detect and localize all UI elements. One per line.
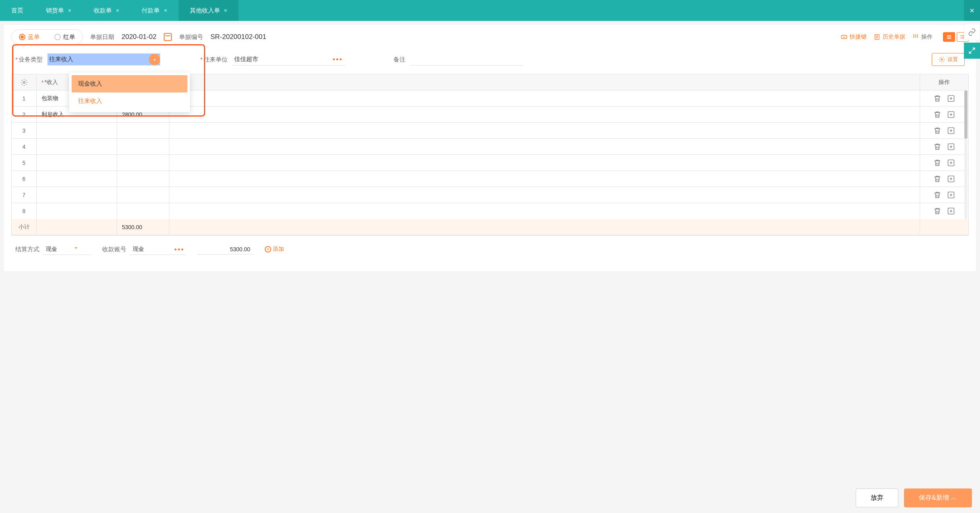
row-amount[interactable] (117, 171, 169, 187)
payment-bar: 结算方式 现金 收款账号 现金••• 5300.00 +添加 (4, 236, 976, 263)
history-button[interactable]: 历史单据 (874, 33, 905, 41)
svg-rect-0 (841, 35, 846, 39)
dropdown-option-cash[interactable]: 现金收入 (72, 75, 187, 92)
tab-receipt[interactable]: 收款单× (82, 0, 130, 21)
row-ops (920, 155, 968, 170)
row-amount[interactable] (117, 155, 169, 170)
red-bill-toggle[interactable]: 红单 (47, 30, 82, 44)
ops-button[interactable]: 操作 (912, 33, 933, 41)
remark-input[interactable] (410, 53, 523, 66)
row-name[interactable] (37, 155, 117, 170)
table-row[interactable]: 5 (12, 155, 968, 171)
shortcut-button[interactable]: 快捷键 (841, 33, 867, 41)
settings-button[interactable]: 设置 (932, 53, 965, 66)
svg-rect-6 (915, 37, 916, 38)
footer-actions: 放弃 保存&新增 ︿ (848, 483, 980, 513)
cancel-button[interactable]: 放弃 (856, 488, 898, 507)
link-button[interactable] (964, 24, 980, 40)
save-button[interactable]: 保存&新增 ︿ (904, 488, 972, 507)
close-icon[interactable]: × (164, 7, 167, 14)
table-row[interactable]: 3 (12, 123, 968, 139)
scrollbar-thumb[interactable] (964, 90, 968, 139)
row-remark[interactable] (169, 155, 920, 170)
delete-icon[interactable] (933, 159, 941, 167)
row-amount[interactable] (117, 139, 169, 154)
scrollbar[interactable] (964, 90, 968, 219)
row-index: 3 (12, 123, 37, 138)
delete-icon[interactable] (933, 207, 941, 215)
add-row-icon[interactable] (947, 191, 955, 199)
doc-date-value[interactable]: 2020-01-02 (121, 33, 156, 41)
table-row[interactable]: 4 (12, 139, 968, 155)
delete-icon[interactable] (933, 111, 941, 119)
row-remark[interactable] (169, 203, 920, 219)
side-toolbar (964, 24, 980, 59)
add-row-icon[interactable] (947, 127, 955, 135)
row-remark[interactable] (169, 90, 920, 106)
row-remark[interactable] (169, 107, 920, 122)
delete-icon[interactable] (933, 94, 941, 103)
bill-type-toggle: 蓝单 红单 (11, 29, 83, 45)
row-name[interactable] (37, 123, 117, 138)
tab-payment[interactable]: 付款单× (130, 0, 178, 21)
add-row-icon[interactable] (947, 159, 955, 167)
row-ops (920, 203, 968, 219)
close-icon[interactable]: × (116, 7, 119, 14)
row-amount[interactable] (117, 187, 169, 203)
table-row[interactable]: 6 (12, 171, 968, 187)
party-input[interactable] (233, 53, 345, 66)
settle-method-field: 结算方式 现金 (15, 244, 91, 255)
row-remark[interactable] (169, 187, 920, 203)
add-button[interactable]: +添加 (265, 246, 284, 253)
row-ops (920, 90, 968, 106)
tabbar-close-button[interactable]: × (964, 0, 980, 21)
list-view-button[interactable] (943, 32, 955, 42)
svg-rect-5 (913, 37, 914, 38)
add-row-icon[interactable] (947, 143, 955, 151)
add-row-icon[interactable] (947, 94, 955, 103)
history-icon (874, 34, 880, 40)
settle-method-input[interactable]: 现金 (43, 244, 91, 255)
blue-bill-toggle[interactable]: 蓝单 (12, 30, 47, 44)
row-name[interactable] (37, 187, 117, 203)
add-row-icon[interactable] (947, 175, 955, 183)
more-icon[interactable]: ••• (174, 246, 184, 254)
table-row[interactable]: 7 (12, 187, 968, 203)
dropdown-option-current[interactable]: 往来收入 (72, 92, 187, 110)
tab-home[interactable]: 首页 (0, 0, 35, 21)
chevron-up-icon[interactable] (149, 54, 160, 65)
svg-rect-10 (947, 38, 951, 39)
row-remark[interactable] (169, 123, 920, 138)
add-row-icon[interactable] (947, 207, 955, 215)
tab-sales[interactable]: 销货单× (35, 0, 82, 21)
row-remark[interactable] (169, 171, 920, 187)
settings-cell[interactable] (12, 74, 37, 90)
row-amount[interactable] (117, 203, 169, 219)
account-input[interactable]: 现金••• (130, 244, 186, 255)
calendar-icon[interactable] (164, 33, 172, 41)
table-row[interactable]: 8 (12, 203, 968, 219)
amount-input[interactable]: 5300.00 (197, 244, 253, 254)
delete-icon[interactable] (933, 191, 941, 199)
row-amount[interactable] (117, 123, 169, 138)
delete-icon[interactable] (933, 143, 941, 151)
more-icon[interactable]: ••• (333, 55, 343, 64)
row-name[interactable] (37, 139, 117, 154)
delete-icon[interactable] (933, 175, 941, 183)
expand-button[interactable] (964, 43, 980, 59)
close-icon[interactable]: × (68, 7, 71, 14)
row-name[interactable] (37, 171, 117, 187)
chevron-down-icon[interactable] (73, 246, 79, 252)
svg-point-16 (23, 81, 25, 83)
tab-other-income[interactable]: 其他收入单× (179, 0, 239, 21)
row-remark[interactable] (169, 139, 920, 154)
close-icon[interactable]: × (224, 7, 227, 14)
row-name[interactable] (37, 203, 117, 219)
row-ops (920, 187, 968, 203)
biz-type-input[interactable] (47, 53, 160, 66)
keyboard-icon (841, 34, 847, 40)
delete-icon[interactable] (933, 127, 941, 135)
link-icon (968, 28, 976, 36)
party-field: *往来单位 ••• (200, 53, 345, 66)
add-row-icon[interactable] (947, 111, 955, 119)
